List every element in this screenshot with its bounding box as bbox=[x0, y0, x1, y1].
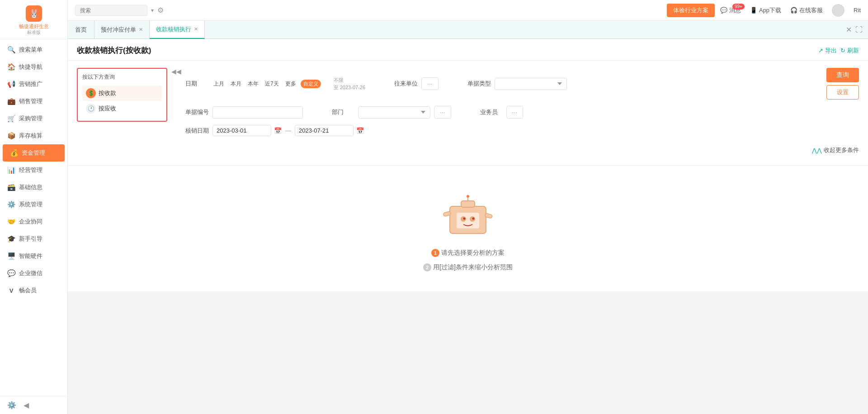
svg-point-4 bbox=[463, 218, 466, 220]
sidebar-item-search[interactable]: 🔍 搜索菜单 bbox=[0, 41, 67, 58]
date-custom-badge[interactable]: 自定义 bbox=[301, 80, 321, 88]
by-receivable-icon: 🕐 bbox=[86, 104, 96, 114]
purchase-icon: 🛒 bbox=[7, 114, 15, 123]
sidebar-item-label: 新手引导 bbox=[19, 235, 42, 243]
verify-date-start-input[interactable] bbox=[212, 125, 271, 136]
empty-illustration bbox=[441, 193, 495, 238]
tab-writeoff-close[interactable]: ✕ bbox=[194, 26, 198, 32]
app-download-button[interactable]: 📱 App下载 bbox=[750, 6, 781, 14]
filter-option-by-receivable[interactable]: 🕐 按应收 bbox=[82, 101, 162, 116]
collapse-sidebar-icon[interactable]: ◀ bbox=[24, 401, 29, 409]
filter-row-1: 日期 上月 本月 本年 近7天 更多 自定义 不限 bbox=[185, 68, 859, 100]
by-receipt-icon: 💲 bbox=[86, 88, 96, 98]
date-btn-this-year[interactable]: 本年 bbox=[246, 79, 260, 89]
staff-field: 业务员 ··· bbox=[480, 106, 524, 119]
message-button[interactable]: 💬 消息 99+ bbox=[720, 6, 741, 14]
tab-close-all-icon[interactable]: ✕ bbox=[846, 25, 852, 34]
sidebar-item-purchase[interactable]: 🛒 采购管理 bbox=[0, 110, 67, 127]
sidebar-item-operations[interactable]: 📊 经营管理 bbox=[0, 162, 67, 179]
tab-writeoff-label: 收款核销执行 bbox=[156, 25, 191, 33]
online-service-button[interactable]: 🎧 在线客服 bbox=[790, 6, 823, 14]
action-buttons: 查询 设置 bbox=[826, 68, 859, 100]
empty-hint-2-text: 用[过滤]条件来缩小分析范围 bbox=[433, 263, 513, 271]
system-icon: ⚙️ bbox=[7, 200, 15, 209]
sidebar-item-label: 营销推广 bbox=[19, 80, 42, 88]
page-title-actions: ↗ 导出 ↻ 刷新 bbox=[818, 47, 859, 55]
collapse-filter-btn[interactable]: ◀◀ bbox=[172, 68, 181, 75]
date-btn-7days[interactable]: 近7天 bbox=[263, 79, 281, 89]
dept-label: 部门 bbox=[332, 108, 354, 116]
chevron-up-icon: ⋀⋀ bbox=[812, 147, 822, 154]
sidebar-footer: ⚙️ ◀ bbox=[0, 396, 67, 414]
filter-left-panel: 按以下方查询 💲 按收款 🕐 按应收 bbox=[77, 68, 167, 122]
date-btn-last-month[interactable]: 上月 bbox=[212, 79, 226, 89]
page-title: 收款核销执行(按收款) bbox=[77, 45, 151, 56]
finance-icon: 💰 bbox=[10, 149, 18, 157]
verify-date-end-input[interactable] bbox=[295, 125, 354, 136]
sidebar-item-hardware[interactable]: 🖥️ 智能硬件 bbox=[0, 247, 67, 265]
tab-writeoff[interactable]: 收款核销执行 ✕ bbox=[150, 21, 205, 39]
message-icon: 💬 bbox=[720, 7, 727, 14]
sidebar-item-quicknav[interactable]: 🏠 快捷导航 bbox=[0, 58, 67, 76]
page-content: 收款核销执行(按收款) ↗ 导出 ↻ 刷新 按以下方查询 bbox=[68, 39, 868, 414]
search-icon: 🔍 bbox=[7, 46, 15, 54]
refresh-button[interactable]: ↻ 刷新 bbox=[840, 47, 859, 55]
sidebar-item-basic-info[interactable]: 🗃️ 基础信息 bbox=[0, 179, 67, 196]
date-no-limit: 不限 bbox=[334, 77, 365, 84]
date-field: 日期 上月 本月 本年 近7天 更多 自定义 bbox=[185, 79, 321, 89]
header-chevron-icon[interactable]: ▾ bbox=[151, 7, 154, 14]
export-icon: ↗ bbox=[818, 47, 823, 54]
dept-picker-button[interactable]: ··· bbox=[434, 106, 451, 119]
verify-date-label: 核销日期 bbox=[185, 127, 209, 135]
sidebar-item-collab[interactable]: 🤝 企业协同 bbox=[0, 213, 67, 230]
sidebar-menu: 🔍 搜索菜单 🏠 快捷导航 📢 营销推广 💼 销售管理 🛒 采购管理 📦 库存核… bbox=[0, 39, 67, 396]
sidebar-item-label: 资金管理 bbox=[22, 149, 45, 157]
sidebar-item-label: 系统管理 bbox=[19, 200, 42, 209]
verify-date-start-calendar-icon[interactable]: 📅 bbox=[274, 127, 282, 134]
sidebar-item-system[interactable]: ⚙️ 系统管理 bbox=[0, 196, 67, 213]
filter-option-by-receipt[interactable]: 💲 按收款 bbox=[82, 86, 162, 101]
tab-expand-icon[interactable]: ⛶ bbox=[855, 26, 863, 34]
sidebar-item-weixin[interactable]: 💬 企业微信 bbox=[0, 265, 67, 282]
collab-icon: 🤝 bbox=[7, 218, 15, 226]
page-title-bar: 收款核销执行(按收款) ↗ 导出 ↻ 刷新 bbox=[68, 39, 868, 61]
dept-select[interactable] bbox=[358, 106, 430, 119]
guide-icon: 🎓 bbox=[7, 235, 15, 243]
sidebar-item-marketing[interactable]: 📢 营销推广 bbox=[0, 76, 67, 93]
header-gear-icon[interactable]: ⚙ bbox=[157, 6, 164, 14]
date-btn-more[interactable]: 更多 bbox=[283, 79, 298, 89]
sidebar-item-member[interactable]: V 畅会员 bbox=[0, 282, 67, 299]
sidebar-item-inventory[interactable]: 📦 库存核算 bbox=[0, 127, 67, 144]
counterparty-picker-button[interactable]: ··· bbox=[421, 77, 439, 90]
main-area: ▾ ⚙ 体验行业方案 💬 消息 99+ 📱 App下载 🎧 在线客服 Rit 首… bbox=[68, 0, 868, 414]
settings-footer-icon[interactable]: ⚙️ bbox=[7, 401, 16, 409]
weixin-icon: 💬 bbox=[7, 269, 15, 277]
settings-button[interactable]: 设置 bbox=[826, 85, 859, 100]
query-button[interactable]: 查询 bbox=[826, 68, 859, 82]
tab-prepay[interactable]: 预付冲应付单 ✕ bbox=[94, 21, 150, 39]
doc-type-field: 单据类型 bbox=[467, 78, 567, 90]
doc-no-input[interactable] bbox=[212, 106, 303, 119]
date-btn-this-month[interactable]: 本月 bbox=[229, 79, 243, 89]
tab-prepay-close[interactable]: ✕ bbox=[139, 27, 143, 33]
message-badge: 99+ bbox=[732, 4, 745, 10]
sidebar-item-finance[interactable]: 💰 资金管理 bbox=[3, 144, 65, 162]
collapse-more-conditions-btn[interactable]: ⋀⋀ 收起更多条件 bbox=[185, 143, 859, 158]
verify-date-end-calendar-icon[interactable]: 📅 bbox=[356, 127, 364, 134]
counterparty-field: 往来单位 ··· bbox=[394, 77, 439, 90]
tab-actions: ✕ ⛶ bbox=[840, 25, 868, 34]
sidebar-item-label: 采购管理 bbox=[19, 114, 42, 123]
sidebar-item-sales[interactable]: 💼 销售管理 bbox=[0, 93, 67, 110]
date-label: 日期 bbox=[185, 80, 208, 88]
header-search-input[interactable] bbox=[75, 5, 147, 16]
sidebar-item-guide[interactable]: 🎓 新手引导 bbox=[0, 230, 67, 247]
tab-home[interactable]: 首页 bbox=[68, 21, 94, 39]
marketing-icon: 📢 bbox=[7, 80, 15, 88]
doc-type-select[interactable] bbox=[495, 78, 567, 90]
collapse-more-label: 收起更多条件 bbox=[824, 146, 859, 154]
staff-picker-button[interactable]: ··· bbox=[506, 106, 524, 119]
empty-hint-1-text: 请先选择要分析的方案 bbox=[441, 249, 505, 257]
date-separator: — bbox=[285, 127, 291, 134]
export-button[interactable]: ↗ 导出 bbox=[818, 47, 837, 55]
industry-solution-button[interactable]: 体验行业方案 bbox=[667, 4, 715, 17]
